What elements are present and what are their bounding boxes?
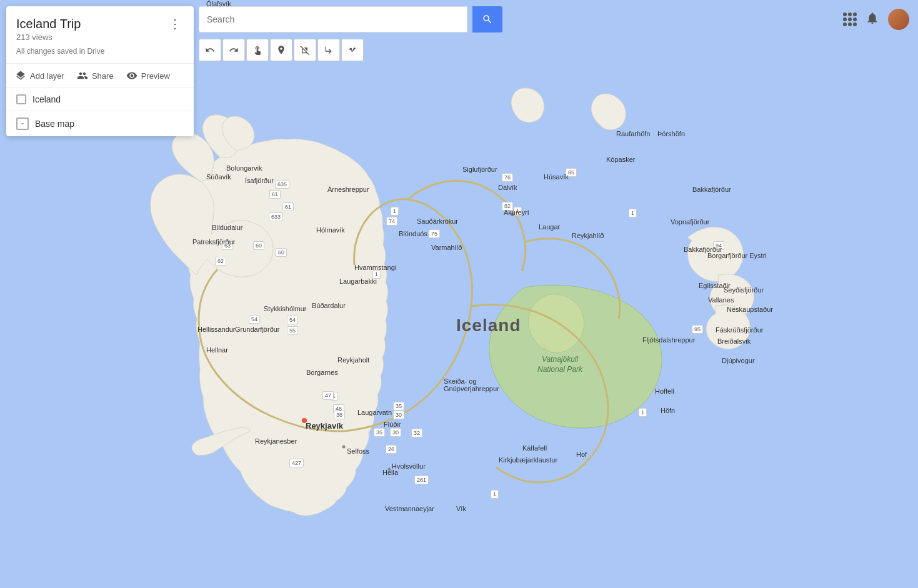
city-label: Skeiða- ogGnúpverjahreppur bbox=[444, 377, 499, 392]
redo-icon bbox=[229, 45, 239, 55]
add-marker-button[interactable] bbox=[270, 39, 292, 61]
search-input[interactable] bbox=[199, 6, 467, 32]
basemap-collapse-icon bbox=[16, 117, 29, 130]
city-label: Bakkafjörður bbox=[684, 246, 722, 253]
city-label: Hólmavík bbox=[316, 226, 345, 234]
city-label: Vestmannaeyjar bbox=[385, 505, 434, 512]
draw-line-button[interactable] bbox=[294, 39, 316, 61]
road-label: 76 bbox=[502, 173, 513, 182]
city-label: Búðardalur bbox=[312, 302, 346, 309]
city-label: Vopnafjörður bbox=[671, 218, 709, 226]
avatar[interactable] bbox=[888, 9, 909, 30]
road-label: 55 bbox=[287, 326, 298, 335]
layer-checkbox[interactable] bbox=[16, 94, 26, 104]
avatar-image bbox=[888, 9, 909, 30]
toolbar bbox=[199, 39, 364, 61]
city-label: Kálfafell bbox=[522, 444, 547, 452]
layer-row: Iceland bbox=[6, 88, 194, 111]
city-label: Dalvík bbox=[498, 184, 517, 191]
apps-button[interactable] bbox=[843, 12, 857, 26]
road-label: 30 bbox=[390, 428, 401, 437]
city-label: Fljótsdalshreppur bbox=[642, 336, 695, 344]
sidebar-header: Iceland Trip 213 views ⋮ bbox=[6, 6, 194, 47]
road-label: 74 bbox=[386, 217, 397, 226]
map-views: 213 views bbox=[16, 32, 81, 42]
road-label: 60 bbox=[276, 248, 287, 257]
city-label: Bolungarvik bbox=[226, 164, 262, 172]
road-label: 635 bbox=[275, 180, 289, 189]
grid-dot bbox=[853, 22, 857, 26]
more-options-button[interactable]: ⋮ bbox=[166, 16, 184, 31]
search-button[interactable] bbox=[472, 6, 502, 32]
city-label: Laugarvatn bbox=[357, 409, 392, 416]
city-label: Laugarbakki bbox=[339, 277, 377, 285]
road-label: 35 bbox=[393, 402, 404, 411]
city-label: Árneshreppur bbox=[327, 186, 369, 193]
iceland-country-label: Iceland bbox=[456, 316, 521, 336]
city-label: Vallanes bbox=[708, 296, 734, 304]
road-label: 54 bbox=[249, 315, 260, 324]
road-label: 61 bbox=[269, 190, 281, 199]
city-label: Djúpivogur bbox=[722, 357, 755, 364]
city-label: Ísafjörður bbox=[245, 177, 274, 184]
road-label: 75 bbox=[429, 229, 440, 238]
city-label: Blönduós bbox=[399, 230, 427, 237]
road-label: 95 bbox=[692, 325, 703, 334]
road-label: 54 bbox=[287, 316, 298, 324]
layer-name: Iceland bbox=[32, 94, 61, 104]
city-label: Varmahlíð bbox=[431, 244, 462, 251]
basemap-row[interactable]: Base map bbox=[6, 111, 194, 136]
city-label: Höfn bbox=[661, 407, 675, 414]
city-label: Akureyri bbox=[504, 209, 529, 216]
polygon-icon bbox=[300, 45, 310, 55]
road-label: 427 bbox=[289, 459, 304, 467]
city-label: Patreksfjörður bbox=[192, 238, 235, 246]
city-label: Reykjanesber bbox=[255, 437, 297, 445]
city-label: Hoffell bbox=[655, 387, 674, 395]
grid-dot bbox=[843, 12, 847, 16]
sidebar-actions: Add layer Share Preview bbox=[6, 63, 194, 88]
city-label: Kópasker bbox=[606, 156, 635, 163]
city-label: Fáskrúðsfjörður bbox=[716, 326, 763, 334]
notification-button[interactable] bbox=[866, 11, 879, 28]
road-label: 61 bbox=[282, 202, 294, 211]
road-label: 261 bbox=[414, 476, 429, 484]
city-label-reykjavik: Reykjavík bbox=[306, 421, 343, 431]
city-label: Súðavík bbox=[206, 173, 231, 181]
grid-dot bbox=[848, 17, 852, 21]
undo-button[interactable] bbox=[199, 39, 221, 61]
city-label: Grundarfjörður bbox=[235, 326, 280, 333]
road-label: 1 bbox=[391, 207, 399, 216]
grid-dot bbox=[843, 17, 847, 21]
sidebar: Iceland Trip 213 views ⋮ All changes sav… bbox=[6, 6, 194, 136]
road-label: 1 bbox=[639, 408, 647, 417]
grid-dot bbox=[853, 12, 857, 16]
saved-status: All changes saved in Drive bbox=[6, 47, 194, 63]
road-label: 47 bbox=[322, 391, 334, 400]
grid-dot bbox=[848, 12, 852, 16]
add-route-button[interactable] bbox=[317, 39, 340, 61]
grid-dot bbox=[853, 17, 857, 21]
city-label: Hellnar bbox=[206, 346, 228, 354]
pan-button[interactable] bbox=[246, 39, 269, 61]
add-layer-button[interactable]: Add layer bbox=[9, 64, 71, 87]
road-label: 1 bbox=[491, 490, 499, 499]
map-title: Iceland Trip bbox=[16, 16, 81, 31]
measure-button[interactable] bbox=[341, 39, 364, 61]
grid-dot bbox=[843, 22, 847, 26]
share-icon bbox=[77, 70, 88, 81]
city-label: Hvammstangi bbox=[354, 264, 396, 271]
road-label: 633 bbox=[269, 212, 283, 221]
search-icon bbox=[482, 14, 493, 25]
pin-icon bbox=[276, 45, 286, 55]
road-label: 35 bbox=[374, 428, 385, 437]
city-label: Bakkafjörður bbox=[692, 186, 731, 193]
preview-icon bbox=[126, 70, 137, 81]
road-label: 32 bbox=[411, 429, 422, 437]
city-label: Sauðárkrókur bbox=[417, 217, 458, 225]
basemap-name: Base map bbox=[35, 119, 74, 129]
preview-button[interactable]: Preview bbox=[120, 64, 176, 87]
city-label: Reykjaholt bbox=[337, 356, 369, 364]
share-button[interactable]: Share bbox=[71, 64, 120, 87]
redo-button[interactable] bbox=[222, 39, 245, 61]
